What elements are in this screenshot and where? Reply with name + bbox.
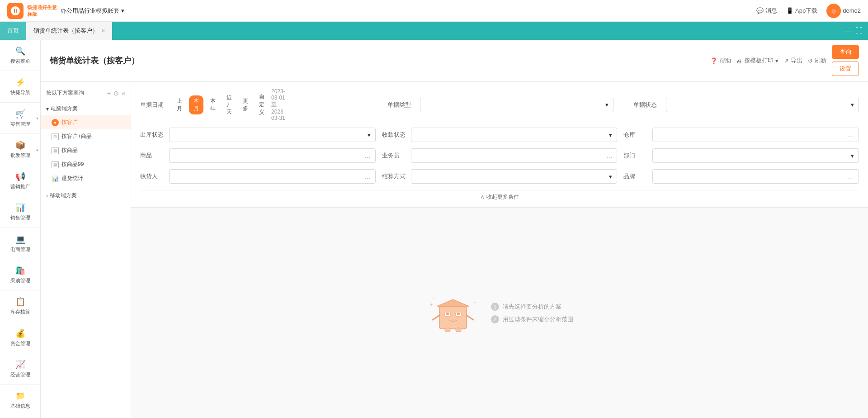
print-btn[interactable]: 🖨 按模板打印 ▾ [736, 57, 778, 65]
date-range-display: 2023-03-01 至 2023-03-31 [271, 88, 285, 121]
filter-row-consignee: 收货人 ... 结算方式 ▾ [140, 169, 859, 184]
app-download-btn[interactable]: 📱 App下载 [786, 7, 817, 15]
sidebar-item-purchase[interactable]: 🛍️ 采购管理 [0, 259, 40, 290]
tab-close-icon[interactable]: × [102, 28, 105, 34]
sidebar-item-ecommerce[interactable]: 💻 电商管理 [0, 228, 40, 259]
app-icon: 📱 [786, 7, 793, 14]
out-status-select[interactable]: ▾ [169, 128, 376, 142]
brand-ellipsis[interactable]: ... [848, 172, 854, 180]
main-layout: 🔍 搜索菜单 ⚡ 快捷导航 🛒 零售管理 ▾ 📦 批发管理 ▴ 📢 营销推广 📊… [0, 40, 868, 418]
user-avatar-area[interactable]: ● demo2 [826, 4, 861, 18]
brand-select[interactable]: ... [652, 169, 859, 184]
salesman-cell: 业务员 ... [382, 148, 618, 163]
operations-icon: 📈 [15, 360, 25, 370]
collapse-btn[interactable]: ∧ 收起更多条件 [140, 190, 859, 204]
goods-cell: 商品 ... [140, 148, 376, 163]
date-more[interactable]: 更多 [239, 95, 252, 115]
filter-row-status: 出库状态 ▾ 收款状态 ▾ [140, 128, 859, 142]
mobile-group-expand-icon: › [46, 193, 48, 199]
date-label: 单据日期 [140, 101, 167, 109]
sidebar-item-system[interactable]: ⚙️ 系统管理 [0, 416, 40, 418]
consignee-label: 收货人 [140, 172, 165, 180]
scheme-by-goods[interactable]: ▦ 按商品 [41, 143, 131, 157]
search-icon: 🔍 [15, 46, 25, 56]
sidebar-item-quick-nav[interactable]: ⚡ 快捷导航 [0, 71, 40, 102]
industry-selector[interactable]: 办公用品行业模拟账套 ▾ [61, 7, 124, 15]
sidebar-item-basics[interactable]: 📁 基础信息 [0, 385, 40, 416]
refresh-icon: ↺ [808, 57, 813, 64]
print-chevron-icon: ▾ [775, 57, 778, 64]
sidebar-item-inventory[interactable]: 📋 库存核算 [0, 290, 40, 322]
group-expand-icon: ▾ [46, 106, 49, 112]
sidebar: 🔍 搜索菜单 ⚡ 快捷导航 🛒 零售管理 ▾ 📦 批发管理 ▴ 📢 营销推广 📊… [0, 40, 41, 418]
sidebar-item-finance[interactable]: 💰 资金管理 [0, 322, 40, 353]
marketing-icon: 📢 [15, 171, 25, 181]
filter-row-date: 单据日期 上月 本月 本年 近7天 更多 自定义 2023-03-01 至 20… [140, 88, 859, 121]
by-goods-icon: ▦ [52, 147, 59, 154]
mobile-scheme-title[interactable]: › 移动端方案 [41, 189, 131, 202]
salesman-ellipsis[interactable]: ... [606, 152, 612, 160]
settings-button[interactable]: 设置 [832, 62, 859, 76]
sidebar-item-wholesale[interactable]: 📦 批发管理 ▴ [0, 134, 40, 165]
mobile-scheme-group: › 移动端方案 [41, 187, 131, 204]
scheme-return-stats[interactable]: 📊 退货统计 [41, 171, 131, 185]
doc-status-select[interactable]: ▾ [666, 98, 859, 112]
empty-tip-1: 1 请先选择要分析的方案 [491, 303, 573, 311]
sidebar-item-sales[interactable]: 📊 销售管理 [0, 196, 40, 228]
settlement-select[interactable]: ▾ [411, 169, 618, 184]
sales-icon: 📊 [15, 203, 25, 213]
basics-icon: 📁 [15, 391, 25, 401]
logo-area: 畅捷通好生意 标版 办公用品行业模拟账套 ▾ [7, 3, 124, 19]
svg-line-7 [467, 315, 473, 320]
collapse-icon: ∧ [480, 194, 485, 200]
salesman-select[interactable]: ... [411, 148, 618, 163]
page-title: 销货单统计表（按客户） [50, 55, 139, 71]
by-customer-icon: ● [52, 119, 59, 126]
inner-layout: 按以下方案查询 + ⊙ « ▾ 电脑端方案 ● 按客户 [41, 82, 868, 418]
date-this-year[interactable]: 本年 [206, 95, 220, 115]
warehouse-select[interactable]: ... [652, 128, 859, 142]
scheme-by-customer[interactable]: ● 按客户 [41, 115, 131, 129]
date-custom[interactable]: 自定义 [255, 91, 269, 119]
scheme-by-goods-99[interactable]: ▦ 按商品99 [41, 157, 131, 171]
tab-sales-stat[interactable]: 销货单统计表（按客户） × [26, 22, 112, 40]
refresh-btn[interactable]: ↺ 刷新 [808, 57, 826, 65]
help-icon: ❓ [710, 57, 717, 64]
dept-select[interactable]: ▾ [652, 148, 859, 163]
message-icon: 💬 [756, 7, 764, 14]
dept-cell: 部门 ▾ [623, 148, 859, 163]
consignee-select[interactable]: ... [169, 169, 376, 184]
add-scheme-btn[interactable]: + [107, 90, 111, 97]
export-btn[interactable]: ↗ 导出 [784, 57, 802, 65]
date-last-month[interactable]: 上月 [173, 95, 186, 115]
scheme-by-customer-goods[interactable]: ⊞ 按客户+商品 [41, 129, 131, 143]
date-last-7[interactable]: 近7天 [222, 92, 236, 118]
receipt-status-select[interactable]: ▾ [411, 128, 618, 142]
consignee-ellipsis[interactable]: ... [364, 172, 370, 180]
empty-tips: 1 请先选择要分析的方案 2 用过滤条件来缩小分析范围 [491, 303, 573, 323]
collapse-label: 收起更多条件 [486, 194, 519, 200]
sidebar-item-search[interactable]: 🔍 搜索菜单 [0, 40, 40, 71]
minimize-btn[interactable]: — [844, 27, 852, 35]
desktop-scheme-title[interactable]: ▾ 电脑端方案 [41, 102, 131, 115]
doc-type-select[interactable]: ▾ [420, 98, 613, 112]
sidebar-item-operations[interactable]: 📈 经营管理 [0, 353, 40, 385]
doc-type-chevron: ▾ [605, 101, 609, 108]
warehouse-ellipsis[interactable]: ... [848, 131, 854, 139]
help-btn[interactable]: ❓ 帮助 [710, 57, 731, 65]
sidebar-item-marketing[interactable]: 📢 营销推广 [0, 165, 40, 196]
tab-home[interactable]: 首页 [0, 22, 26, 40]
avatar: ● [826, 4, 841, 18]
collapse-panel-btn[interactable]: « [122, 90, 125, 97]
goods-ellipsis[interactable]: ... [364, 152, 370, 160]
svg-text:✦: ✦ [473, 301, 476, 305]
query-button[interactable]: 查询 [832, 45, 859, 59]
message-btn[interactable]: 💬 消息 [756, 7, 777, 15]
date-this-month[interactable]: 本月 [189, 95, 203, 114]
goods-select[interactable]: ... [169, 148, 376, 163]
sidebar-item-retail[interactable]: 🛒 零售管理 ▾ [0, 103, 40, 134]
edit-scheme-btn[interactable]: ⊙ [113, 90, 119, 97]
maximize-btn[interactable]: ⛶ [855, 27, 863, 35]
svg-rect-8 [445, 328, 450, 332]
svg-text:✦: ✦ [429, 302, 433, 307]
